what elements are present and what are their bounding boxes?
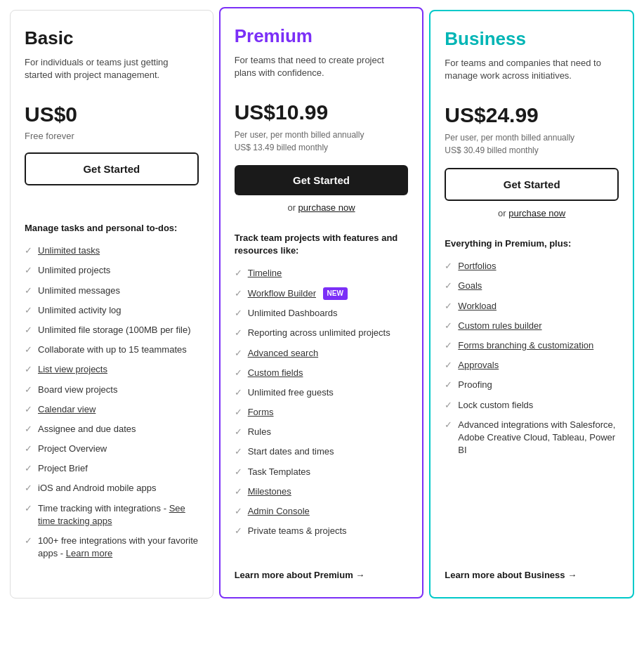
feature-link[interactable]: Workflow Builder	[248, 288, 316, 299]
feature-text: Board view projects	[38, 384, 199, 396]
purchase-row-premium: or purchase now	[235, 202, 409, 218]
cta-button-basic[interactable]: Get Started	[25, 152, 199, 185]
feature-item: ✓ Unlimited file storage (100MB per file…	[25, 324, 199, 336]
feature-text: 100+ free integrations with your favorit…	[38, 535, 199, 560]
feature-link[interactable]: Calendar view	[38, 404, 96, 414]
plan-billing: Per user, per month billed annuallyUS$ 3…	[445, 131, 619, 157]
check-icon: ✓	[235, 426, 242, 438]
feature-text: Unlimited tasks	[38, 244, 199, 257]
feature-item: ✓ Unlimited messages	[25, 285, 199, 297]
feature-item: ✓ Project Overview	[25, 443, 199, 455]
purchase-row-basic	[25, 192, 199, 208]
feature-item: ✓ Start dates and times	[235, 445, 409, 458]
plan-business: Business For teams and companies that ne…	[429, 10, 634, 599]
check-icon: ✓	[445, 300, 452, 313]
feature-item: ✓ Unlimited free guests	[235, 386, 409, 399]
plan-billing: Per user, per month billed annuallyUS$ 1…	[235, 129, 409, 154]
check-icon: ✓	[25, 535, 32, 547]
feature-link[interactable]: Forms	[248, 407, 274, 417]
plan-name-premium: Premium	[235, 25, 409, 47]
feature-item: ✓ Collaborate with up to 15 teammates	[25, 344, 199, 356]
check-icon: ✓	[235, 505, 242, 518]
feature-item: ✓ Board view projects	[25, 384, 199, 396]
learn-more-link-premium[interactable]: Learn more about Premium →	[235, 570, 365, 580]
feature-text: Milestones	[248, 485, 409, 498]
feature-link[interactable]: Advanced search	[248, 348, 318, 358]
features-label-basic: Manage tasks and personal to-dos:	[25, 222, 199, 235]
purchase-now-link-business[interactable]: purchase now	[508, 208, 565, 218]
learn-more-link-business[interactable]: Learn more about Business →	[445, 570, 577, 580]
feature-text: Workflow Builder NEW	[248, 287, 409, 301]
feature-item: ✓ Advanced search	[235, 347, 409, 360]
feature-link[interactable]: Unlimited tasks	[38, 245, 100, 256]
feature-link[interactable]: Approvals	[458, 360, 499, 370]
check-icon: ✓	[25, 304, 32, 317]
check-icon: ✓	[235, 267, 242, 280]
plan-price-basic: US$0	[25, 103, 199, 126]
feature-link[interactable]: Timeline	[248, 268, 282, 278]
feature-text: Calendar view	[38, 403, 199, 416]
feature-item: ✓ Task Templates	[235, 466, 409, 478]
check-icon: ✓	[235, 406, 242, 419]
feature-list-basic: ✓ Unlimited tasks ✓ Unlimited projects ✓…	[25, 244, 199, 567]
feature-text: Advanced integrations with Salesforce, A…	[458, 419, 619, 457]
feature-text: Unlimited projects	[38, 264, 199, 277]
plan-price-business: US$24.99	[445, 103, 619, 127]
feature-link[interactable]: List view projects	[38, 364, 107, 374]
feature-link[interactable]: Custom rules builder	[458, 320, 541, 331]
plan-name-basic: Basic	[25, 27, 199, 49]
check-icon: ✓	[25, 443, 32, 455]
feature-item: ✓ Private teams & projects	[235, 525, 409, 537]
feature-text: Admin Console	[248, 505, 409, 518]
feature-link[interactable]: Admin Console	[248, 506, 310, 516]
plan-price-premium: US$10.99	[235, 100, 409, 124]
feature-text: Project Brief	[38, 462, 199, 475]
feature-item: ✓ Reporting across unlimited projects	[235, 327, 409, 339]
feature-text: Private teams & projects	[248, 525, 409, 537]
feature-link[interactable]: Forms branching & customization	[458, 340, 593, 351]
check-icon: ✓	[235, 307, 242, 320]
check-icon: ✓	[25, 502, 32, 515]
feature-text: Task Templates	[248, 466, 409, 478]
check-icon: ✓	[445, 280, 452, 292]
feature-link[interactable]: Custom fields	[248, 367, 303, 378]
feature-link[interactable]: Workload	[458, 301, 497, 311]
feature-suffix-link[interactable]: See time tracking apps	[38, 503, 185, 526]
check-icon: ✓	[25, 423, 32, 436]
feature-item: ✓ Time tracking with integrations - See …	[25, 502, 199, 528]
feature-text: Workload	[458, 300, 619, 313]
feature-item: ✓ Lock custom fields	[445, 399, 619, 412]
plan-desc-premium: For teams that need to create project pl…	[235, 54, 409, 88]
plan-name-business: Business	[445, 28, 619, 50]
feature-item: ✓ Calendar view	[25, 403, 199, 416]
feature-item: ✓ Proofing	[445, 379, 619, 391]
check-icon: ✓	[25, 403, 32, 416]
check-icon: ✓	[445, 399, 452, 412]
feature-link[interactable]: Milestones	[248, 486, 291, 497]
feature-link[interactable]: Goals	[458, 280, 482, 291]
check-icon: ✓	[235, 367, 242, 379]
plans-container: Basic For individuals or teams just gett…	[7, 7, 637, 601]
feature-item: ✓ Custom rules builder	[445, 320, 619, 332]
features-label-premium: Track team projects with features and re…	[235, 232, 409, 257]
purchase-now-link-premium[interactable]: purchase now	[298, 202, 355, 213]
check-icon: ✓	[235, 485, 242, 498]
feature-link[interactable]: Portfolios	[458, 261, 496, 271]
check-icon: ✓	[235, 327, 242, 339]
feature-suffix-link[interactable]: Learn more	[66, 548, 112, 558]
check-icon: ✓	[445, 339, 452, 352]
free-label: Free forever	[25, 131, 199, 141]
cta-button-premium[interactable]: Get Started	[235, 165, 409, 195]
learn-more-premium[interactable]: Learn more about Premium →	[235, 558, 409, 580]
cta-button-business[interactable]: Get Started	[445, 168, 619, 201]
feature-item: ✓ List view projects	[25, 363, 199, 376]
plan-desc-business: For teams and companies that need to man…	[445, 57, 619, 91]
feature-item: ✓ Approvals	[445, 359, 619, 372]
feature-item: ✓ Unlimited activity log	[25, 304, 199, 317]
feature-text: Rules	[248, 426, 409, 438]
feature-list-premium: ✓ Timeline ✓ Workflow Builder NEW ✓ Unli…	[235, 267, 409, 544]
feature-text: Assignee and due dates	[38, 423, 199, 436]
learn-more-business[interactable]: Learn more about Business →	[445, 558, 619, 580]
features-label-business: Everything in Premium, plus:	[445, 237, 619, 250]
check-icon: ✓	[445, 260, 452, 273]
